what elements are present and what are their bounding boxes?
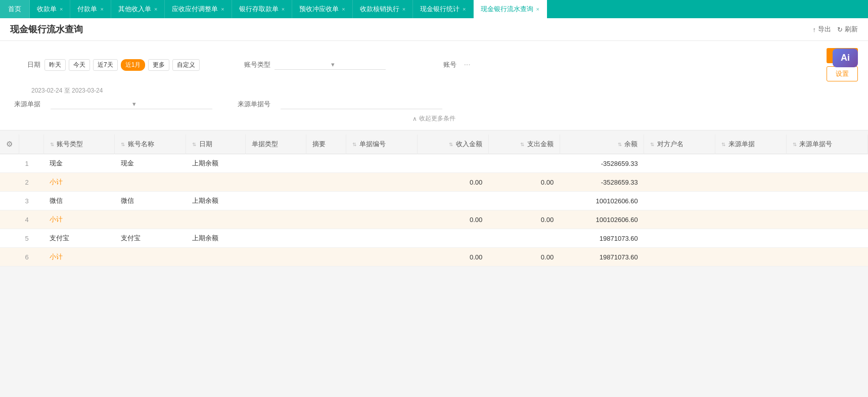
table-cell [246,229,306,248]
top-nav: 首页 收款单 × 付款单 × 其他收入单 × 应收应付调整单 × 银行存取款单 … [0,0,868,18]
date-range-display: 2023-02-24 至 2023-03-24 [31,87,103,94]
table-cell: 4 [19,210,44,229]
collapse-button[interactable]: ∧ 收起更多条件 [413,114,455,123]
date-btn-7days[interactable]: 近7天 [93,59,118,71]
sort-source-doc-icon: ⇅ [721,142,725,147]
close-payment-icon[interactable]: × [100,6,103,12]
date-btn-today[interactable]: 今天 [69,59,90,71]
table-cell [715,154,787,173]
settings-button[interactable]: 设置 [827,66,858,81]
nav-item-receipt[interactable]: 收款单 × [30,0,70,18]
table-cell [306,173,346,192]
table-cell: 支付宝 [115,229,186,248]
close-advance-icon[interactable]: × [342,6,345,12]
close-bank-deposit-icon[interactable]: × [282,6,285,12]
table-cell [644,154,715,173]
date-btn-yesterday[interactable]: 昨天 [44,59,66,71]
table-cell [644,248,715,267]
sort-source-doc-num-icon: ⇅ [793,142,797,147]
sort-balance-icon: ⇅ [618,142,622,147]
nav-item-payment[interactable]: 付款单 × [70,0,111,18]
table-cell [644,173,715,192]
th-source-doc-num[interactable]: ⇅ 来源单据号 [786,135,867,154]
table-cell [346,248,418,267]
table-cell [115,173,186,192]
table-cell: 5 [19,229,44,248]
close-receipt-icon[interactable]: × [60,6,63,12]
sort-income-icon: ⇅ [449,142,453,147]
export-button[interactable]: ↑ 导出 [813,25,832,34]
nav-item-other-income[interactable]: 其他收入单 × [111,0,165,18]
table-cell: 19871073.60 [560,248,644,267]
table-cell [715,229,787,248]
table-cell [246,173,306,192]
table-settings-icon[interactable]: ⚙ [6,140,13,148]
th-income[interactable]: ⇅ 收入金额 [418,135,489,154]
date-btn-1month[interactable]: 近1月 [121,59,146,71]
table-cell [0,192,19,210]
nav-item-bank-flow[interactable]: 现金银行流水查询 × [474,0,547,18]
nav-item-adjustment[interactable]: 应收应付调整单 × [165,0,232,18]
sort-date-icon: ⇅ [192,142,196,147]
close-other-income-icon[interactable]: × [154,6,157,12]
date-btn-more[interactable]: 更多 [148,59,169,71]
nav-item-verification[interactable]: 收款核销执行 × [353,0,413,18]
th-account-type[interactable]: ⇅ 账号类型 [43,135,115,154]
nav-home[interactable]: 首页 [0,0,30,18]
table-cell [346,192,418,210]
source-doc-num-input[interactable] [281,99,442,109]
th-summary: 摘要 [306,135,346,154]
table-row: 4小计0.000.00100102606.60 [0,210,868,229]
date-btn-custom[interactable]: 自定义 [172,59,200,71]
data-table: ⚙ ⇅ 账号类型 ⇅ 账号名称 ⇅ 日期 单据类型 [0,135,868,267]
close-bank-stats-icon[interactable]: × [463,6,466,12]
table-cell [186,210,246,229]
table-cell: 小计 [43,210,115,229]
th-doc-num[interactable]: ⇅ 单据编号 [346,135,418,154]
table-cell: 上期余额 [186,154,246,173]
nav-item-advance[interactable]: 预收冲应收单 × [292,0,352,18]
table-cell [786,229,867,248]
sort-doc-num-icon: ⇅ [352,142,356,147]
table-cell [786,192,867,210]
table-cell: 支付宝 [43,229,115,248]
table-cell [418,192,489,210]
nav-item-bank-deposit[interactable]: 银行存取款单 × [232,0,292,18]
close-verification-icon[interactable]: × [402,6,405,12]
table-container: ⚙ ⇅ 账号类型 ⇅ 账号名称 ⇅ 日期 单据类型 [0,135,868,267]
table-cell [786,154,867,173]
close-bank-flow-icon[interactable]: × [536,6,539,12]
table-cell [346,210,418,229]
source-doc-label: 来源单据 [10,100,40,109]
refresh-button[interactable]: ↻ 刷新 [837,25,858,34]
th-balance[interactable]: ⇅ 余额 [560,135,644,154]
table-cell: 0.00 [488,248,560,267]
nav-item-bank-stats[interactable]: 现金银行统计 × [413,0,473,18]
table-cell: 6 [19,248,44,267]
table-cell [0,229,19,248]
th-expense[interactable]: ⇅ 支出金额 [488,135,560,154]
sort-account-type-icon: ⇅ [50,142,54,147]
table-cell [715,210,787,229]
table-header-row: ⚙ ⇅ 账号类型 ⇅ 账号名称 ⇅ 日期 单据类型 [0,135,868,154]
table-cell: 上期余额 [186,192,246,210]
th-date[interactable]: ⇅ 日期 [186,135,246,154]
source-doc-num-label: 来源单据号 [238,100,270,109]
table-cell [418,154,489,173]
table-cell: 微信 [43,192,115,210]
table-cell: 2 [19,173,44,192]
th-counterparty[interactable]: ⇅ 对方户名 [644,135,715,154]
table-cell [418,229,489,248]
th-account-name[interactable]: ⇅ 账号名称 [115,135,186,154]
th-source-doc[interactable]: ⇅ 来源单据 [715,135,787,154]
table-cell [488,229,560,248]
ai-badge[interactable]: Ai [833,49,858,67]
table-cell [786,248,867,267]
account-type-chevron-icon: ▾ [331,61,384,68]
table-cell [715,192,787,210]
source-doc-select[interactable]: ▾ [51,99,212,109]
table-cell [306,154,346,173]
account-type-select[interactable]: ▾ [275,60,386,70]
close-adjustment-icon[interactable]: × [221,6,224,12]
table-cell [488,154,560,173]
